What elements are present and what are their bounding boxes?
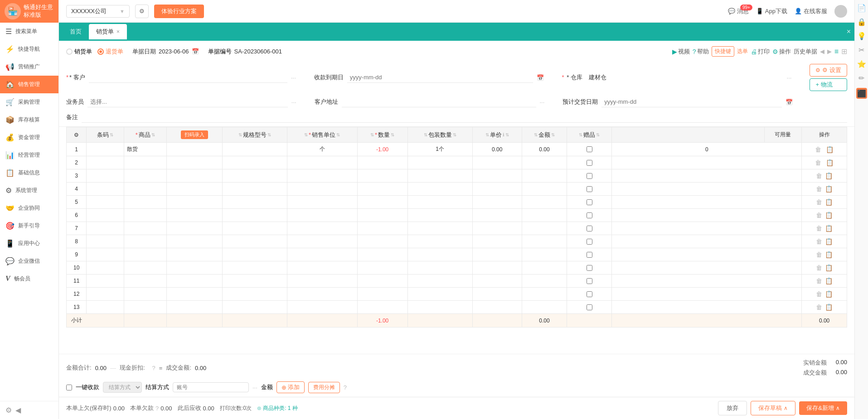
- product-type-info[interactable]: ⊙ 商品种类: 1 种: [257, 405, 298, 412]
- select-link[interactable]: 选单: [737, 48, 748, 55]
- one-click-payment-checkbox[interactable]: [66, 385, 72, 390]
- copy-row-1-icon[interactable]: 📋: [826, 146, 834, 153]
- salesperson-input[interactable]: [87, 96, 288, 107]
- settings-gear-button[interactable]: ⚙: [135, 5, 149, 18]
- col-scan[interactable]: 扫码录入: [167, 127, 223, 143]
- company-selector[interactable]: XXXXXX公司 ▼: [66, 5, 130, 18]
- copy-row-3-icon[interactable]: 📋: [825, 172, 833, 179]
- gift-checkbox-9[interactable]: [587, 252, 592, 258]
- radio-sales-order[interactable]: 销货单: [66, 48, 92, 56]
- app-download-button[interactable]: 📱 App下载: [756, 7, 787, 15]
- discard-button[interactable]: 放弃: [718, 401, 747, 415]
- sidebar-item-basics[interactable]: 📋 基础信息: [0, 164, 58, 182]
- collection-date-input[interactable]: [347, 72, 533, 83]
- gift-checkbox-6[interactable]: [587, 212, 592, 218]
- tab-home[interactable]: 首页: [63, 24, 89, 39]
- customer-input[interactable]: [89, 72, 287, 83]
- sidebar-item-sales[interactable]: 🏠 销售管理: [0, 76, 58, 93]
- delete-row-11-icon[interactable]: 🗑: [816, 277, 822, 284]
- sidebar-item-apps[interactable]: 📱 应用中心: [0, 235, 58, 252]
- expense-split-button[interactable]: 费用分摊: [308, 382, 340, 393]
- gift-checkbox-4[interactable]: [587, 186, 592, 192]
- delete-row-3-icon[interactable]: 🗑: [816, 172, 822, 179]
- message-button[interactable]: 💬 消息 99+: [728, 7, 749, 15]
- copy-row-5-icon[interactable]: 📋: [825, 198, 833, 206]
- delete-row-1-icon[interactable]: 🗑: [815, 146, 821, 153]
- delete-row-6-icon[interactable]: 🗑: [816, 212, 822, 219]
- delete-row-13-icon[interactable]: 🗑: [816, 303, 822, 311]
- sidebar-item-finance[interactable]: 💰 资金管理: [0, 129, 58, 146]
- formula-help-icon[interactable]: ?: [152, 365, 155, 371]
- customer-address-input[interactable]: [342, 96, 536, 107]
- copy-row-11-icon[interactable]: 📋: [825, 277, 833, 284]
- bill-due-help-icon[interactable]: ?: [155, 405, 159, 412]
- save-draft-button[interactable]: 保存草稿 ∧: [751, 401, 795, 415]
- view-grid-icon[interactable]: ⊞: [841, 47, 847, 56]
- delete-row-10-icon[interactable]: 🗑: [816, 264, 822, 271]
- right-panel-scissor-icon[interactable]: ✂: [858, 46, 864, 54]
- gift-checkbox-1[interactable]: [587, 146, 592, 152]
- expected-calendar-icon[interactable]: 📅: [786, 99, 793, 106]
- sidebar-item-quick[interactable]: ⚡ 快捷导航: [0, 40, 58, 58]
- right-panel-idea-icon[interactable]: 💡: [857, 32, 866, 40]
- sidebar-settings-icon[interactable]: ⚙: [5, 406, 12, 414]
- gift-checkbox-7[interactable]: [587, 226, 592, 231]
- copy-row-8-icon[interactable]: 📋: [825, 238, 833, 245]
- date-calendar-icon[interactable]: 📅: [192, 48, 199, 55]
- sidebar-item-enterprise[interactable]: 🤝 企业协同: [0, 199, 58, 217]
- scan-button[interactable]: 扫码录入: [181, 130, 208, 139]
- sidebar-item-vip[interactable]: V 畅会员: [0, 270, 58, 287]
- tab-close-icon[interactable]: ×: [116, 29, 120, 35]
- customer-more-icon[interactable]: ···: [291, 74, 296, 81]
- expense-help-icon[interactable]: ?: [344, 384, 347, 391]
- collection-calendar-icon[interactable]: 📅: [537, 74, 544, 81]
- gift-checkbox-10[interactable]: [587, 265, 592, 271]
- right-panel-star-icon[interactable]: ⭐: [857, 60, 866, 68]
- logistics-button[interactable]: + 物流: [810, 78, 847, 91]
- gift-checkbox-2[interactable]: [587, 160, 592, 166]
- radio-return-order[interactable]: 退货单: [97, 48, 123, 56]
- sidebar-collapse-icon[interactable]: ◀: [15, 406, 21, 414]
- online-service-button[interactable]: 👤 在线客服: [795, 7, 827, 15]
- print-link[interactable]: 🖨 打印: [751, 48, 770, 56]
- save-new-button[interactable]: 保存&新增 ∧: [799, 401, 847, 415]
- account-input[interactable]: [173, 382, 249, 392]
- expected-date-input[interactable]: [601, 96, 782, 107]
- history-prev-icon[interactable]: ◀: [820, 48, 824, 55]
- delete-row-9-icon[interactable]: 🗑: [816, 251, 822, 258]
- gift-checkbox-8[interactable]: [587, 239, 592, 245]
- sidebar-item-guide[interactable]: 🎯 新手引导: [0, 217, 58, 235]
- gift-checkbox-12[interactable]: [587, 291, 592, 297]
- history-link[interactable]: 历史单据: [794, 48, 817, 56]
- copy-row-13-icon[interactable]: 📋: [825, 303, 833, 311]
- add-payment-button[interactable]: ⊕ 添加: [276, 381, 305, 393]
- delete-row-7-icon[interactable]: 🗑: [816, 225, 822, 232]
- operations-link[interactable]: ⚙ 操作: [772, 48, 791, 56]
- copy-row-4-icon[interactable]: 📋: [825, 185, 833, 193]
- experience-button[interactable]: 体验行业方案: [154, 5, 204, 18]
- right-panel-lock-icon[interactable]: 🔒: [857, 18, 866, 26]
- warehouse-more-icon[interactable]: ···: [787, 74, 792, 81]
- view-list-icon[interactable]: ≡: [834, 48, 839, 56]
- settings-button[interactable]: ⚙ ⚙ 设置: [810, 64, 847, 77]
- salesperson-more-icon[interactable]: ···: [291, 99, 296, 106]
- sidebar-item-search[interactable]: ☰ 搜索菜单: [0, 23, 58, 40]
- right-panel-orange-icon[interactable]: ⬛: [856, 88, 867, 99]
- copy-row-2-icon[interactable]: 📋: [826, 159, 834, 166]
- delete-row-4-icon[interactable]: 🗑: [816, 185, 822, 193]
- gift-checkbox-5[interactable]: [587, 199, 592, 205]
- shortcut-link[interactable]: 快捷键: [712, 46, 734, 57]
- history-next-icon[interactable]: ▶: [827, 48, 832, 55]
- account-dots-icon[interactable]: ···: [252, 384, 257, 391]
- tab-sales-order[interactable]: 销货单 ×: [89, 24, 127, 39]
- sidebar-item-inventory[interactable]: 📦 库存核算: [0, 111, 58, 129]
- remark-input[interactable]: [82, 112, 847, 123]
- payment-method-select[interactable]: 结算方式: [103, 382, 142, 393]
- delete-row-12-icon[interactable]: 🗑: [816, 290, 822, 298]
- right-panel-edit-icon[interactable]: ✏: [858, 74, 864, 82]
- user-avatar[interactable]: [834, 5, 847, 18]
- col-settings[interactable]: ⚙: [67, 127, 87, 143]
- tab-bar-close-icon[interactable]: ×: [847, 28, 851, 36]
- delete-row-2-icon[interactable]: 🗑: [815, 159, 821, 166]
- right-panel-note-icon[interactable]: 📄: [857, 4, 866, 12]
